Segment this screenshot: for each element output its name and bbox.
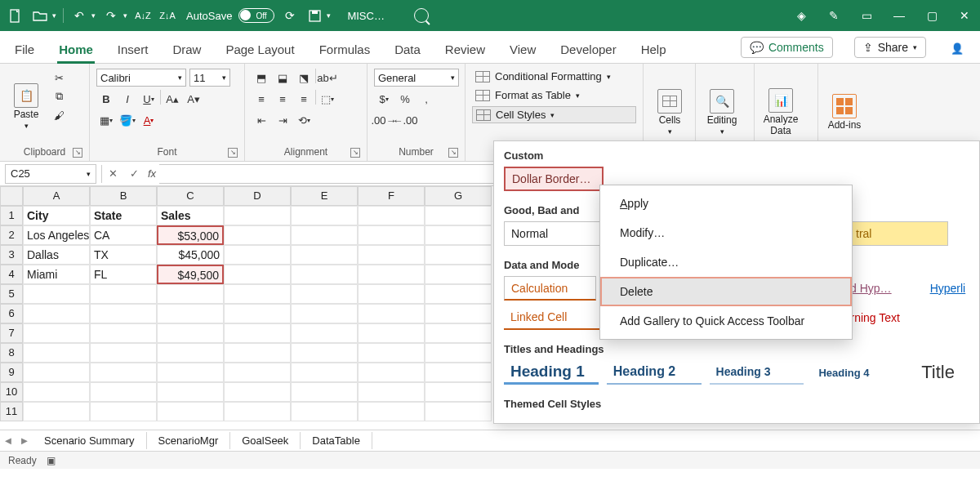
style-dollar-border[interactable]: Dollar Border…: [504, 167, 604, 191]
redo-caret[interactable]: ▾: [123, 11, 127, 20]
row-header-1[interactable]: 1: [0, 206, 23, 225]
cell-a3[interactable]: Dallas: [23, 245, 90, 265]
style-title[interactable]: Title: [915, 360, 969, 385]
col-header-c[interactable]: C: [157, 186, 224, 206]
cell-b2[interactable]: CA: [90, 225, 157, 245]
minimize-icon[interactable]: —: [890, 7, 908, 24]
sheet-tab-3[interactable]: GoalSeek: [230, 432, 301, 449]
refresh-icon[interactable]: ⟳: [281, 7, 299, 24]
tab-developer[interactable]: Developer: [559, 38, 617, 63]
italic-button[interactable]: I: [118, 90, 137, 108]
wrap-text-icon[interactable]: ab↵: [318, 69, 337, 87]
fx-icon[interactable]: fx: [148, 167, 156, 180]
underline-button[interactable]: U ▾: [139, 90, 158, 108]
cell-a2[interactable]: Los Angeles: [23, 225, 90, 245]
style-calculation[interactable]: Calculation: [504, 276, 596, 301]
style-heading-2[interactable]: Heading 2: [607, 360, 702, 385]
orientation-icon[interactable]: ⟲ ▾: [294, 111, 314, 129]
align-bottom-icon[interactable]: ⬔: [294, 69, 314, 87]
sheet-tab-1[interactable]: Scenario Summary: [33, 432, 147, 449]
open-dropdown-caret[interactable]: ▾: [52, 11, 56, 20]
cell-b4[interactable]: FL: [90, 265, 157, 284]
open-file-icon[interactable]: [31, 7, 49, 24]
style-linked-cell[interactable]: Linked Cell: [504, 305, 604, 330]
align-left-icon[interactable]: ≡: [252, 90, 271, 108]
undo-caret[interactable]: ▾: [91, 11, 96, 20]
ctx-apply[interactable]: Apply: [600, 189, 852, 218]
tab-home[interactable]: Home: [57, 38, 95, 63]
font-name-combo[interactable]: Calibri▾: [96, 69, 186, 87]
cancel-formula-icon[interactable]: ✕: [102, 167, 123, 180]
row-header-2[interactable]: 2: [0, 225, 23, 245]
style-normal[interactable]: Normal: [504, 221, 604, 246]
tab-file[interactable]: File: [13, 38, 36, 63]
col-header-g[interactable]: G: [425, 186, 492, 206]
redo-icon[interactable]: ↷: [102, 7, 120, 24]
align-right-icon[interactable]: ≡: [294, 90, 314, 108]
copy-icon[interactable]: ⧉: [49, 87, 69, 105]
col-header-e[interactable]: E: [291, 186, 358, 206]
cell-c3[interactable]: $45,000: [157, 245, 224, 265]
close-icon[interactable]: ✕: [956, 7, 973, 24]
sheet-tab-4[interactable]: DataTable: [301, 432, 372, 449]
ctx-delete[interactable]: Delete: [600, 277, 852, 306]
tab-formulas[interactable]: Formulas: [318, 38, 372, 63]
cell-c4[interactable]: $49,500: [157, 265, 224, 284]
tab-data[interactable]: Data: [393, 38, 422, 63]
cell-b3[interactable]: TX: [90, 245, 157, 265]
select-all-corner[interactable]: [0, 186, 23, 206]
borders-icon[interactable]: ▦ ▾: [96, 111, 116, 129]
style-hyperlink[interactable]: Hyperli: [924, 276, 969, 301]
name-box[interactable]: C25▾: [5, 164, 96, 184]
fill-color-icon[interactable]: 🪣 ▾: [118, 111, 137, 129]
tab-help[interactable]: Help: [639, 38, 668, 63]
window-icon[interactable]: ▭: [858, 7, 875, 24]
number-format-combo[interactable]: General▾: [374, 69, 459, 87]
col-header-a[interactable]: A: [23, 186, 90, 206]
decrease-indent-icon[interactable]: ⇤: [252, 111, 271, 129]
decrease-font-icon[interactable]: A▾: [184, 90, 203, 108]
align-center-icon[interactable]: ≡: [273, 90, 292, 108]
col-header-b[interactable]: B: [90, 186, 157, 206]
accept-formula-icon[interactable]: ✓: [123, 167, 145, 180]
style-neutral[interactable]: tral: [849, 221, 948, 246]
align-top-icon[interactable]: ⬒: [252, 69, 271, 87]
merge-icon[interactable]: ⬚ ▾: [318, 90, 337, 108]
percent-icon[interactable]: %: [395, 90, 415, 108]
increase-font-icon[interactable]: A▴: [163, 90, 182, 108]
style-heading-3[interactable]: Heading 3: [710, 360, 804, 385]
format-as-table-button[interactable]: Format as Table ▾: [472, 87, 636, 103]
font-size-combo[interactable]: 11▾: [189, 69, 230, 87]
tab-insert[interactable]: Insert: [116, 38, 150, 63]
paste-button[interactable]: 📋 Paste ▾: [7, 69, 46, 145]
tab-view[interactable]: View: [508, 38, 537, 63]
sort-desc-icon[interactable]: Z↓A: [158, 7, 176, 24]
sheet-nav-next-icon[interactable]: ►: [16, 434, 33, 447]
autosave-toggle[interactable]: Off: [238, 8, 274, 23]
clipboard-launcher-icon[interactable]: ↘: [73, 148, 82, 158]
tab-review[interactable]: Review: [443, 38, 487, 63]
profile-icon[interactable]: 👤: [947, 38, 967, 58]
style-heading-1[interactable]: Heading 1: [504, 360, 599, 385]
macro-record-icon[interactable]: ▣: [47, 455, 56, 466]
cell-styles-button[interactable]: Cell Styles ▾: [472, 106, 636, 123]
number-launcher-icon[interactable]: ↘: [448, 148, 458, 158]
cut-icon[interactable]: ✂: [49, 69, 69, 87]
row-header-3[interactable]: 3: [0, 245, 23, 265]
font-launcher-icon[interactable]: ↘: [228, 148, 238, 158]
cell-b1[interactable]: State: [90, 206, 157, 225]
style-heading-4[interactable]: Heading 4: [812, 360, 906, 385]
col-header-f[interactable]: F: [358, 186, 425, 206]
maximize-icon[interactable]: ▢: [923, 7, 941, 24]
accounting-icon[interactable]: $ ▾: [374, 90, 394, 108]
row-header-4[interactable]: 4: [0, 265, 23, 284]
increase-decimal-icon[interactable]: .00→: [374, 111, 394, 129]
tab-draw[interactable]: Draw: [171, 38, 203, 63]
conditional-formatting-button[interactable]: Conditional Formatting ▾: [472, 69, 636, 84]
align-middle-icon[interactable]: ⬓: [273, 69, 292, 87]
cell-a1[interactable]: City: [23, 206, 90, 225]
alignment-launcher-icon[interactable]: ↘: [350, 148, 360, 158]
comma-icon[interactable]: ,: [416, 90, 436, 108]
cell-a4[interactable]: Miami: [23, 265, 90, 284]
increase-indent-icon[interactable]: ⇥: [273, 111, 292, 129]
